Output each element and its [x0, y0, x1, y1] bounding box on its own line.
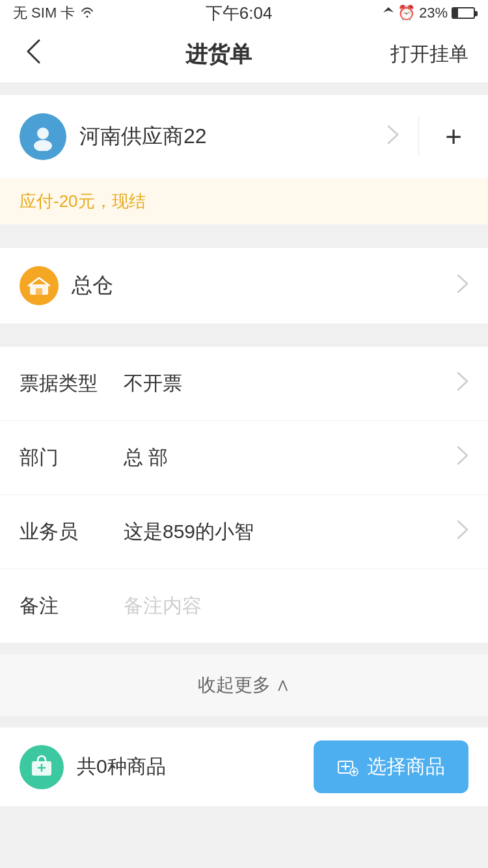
warehouse-icon — [20, 266, 59, 305]
warehouse-row[interactable]: 总仓 — [0, 248, 488, 323]
salesperson-value: 这是859的小智 — [111, 519, 457, 545]
salesperson-label: 业务员 — [20, 519, 111, 545]
wifi-icon — [80, 5, 94, 21]
collapse-bar[interactable]: 收起更多 ∧ — [0, 655, 488, 716]
product-count-text: 共0种商品 — [77, 753, 314, 780]
invoice-chevron-icon — [457, 372, 468, 396]
select-product-icon — [337, 756, 359, 778]
supplier-chevron-icon — [387, 125, 399, 149]
department-row[interactable]: 部门 总 部 — [0, 421, 488, 495]
carrier-text: 无 SIM 卡 — [13, 3, 75, 23]
salesperson-chevron-icon — [457, 520, 468, 544]
supplier-avatar — [20, 113, 66, 160]
invoice-type-value: 不开票 — [111, 370, 457, 397]
gap-1 — [0, 83, 488, 95]
select-product-label: 选择商品 — [367, 753, 445, 780]
remark-row[interactable]: 备注 备注内容 — [0, 569, 488, 643]
open-pending-button[interactable]: 打开挂单 — [390, 41, 468, 68]
svg-rect-3 — [36, 288, 42, 295]
warehouse-chevron-icon — [457, 274, 468, 298]
supplier-row[interactable]: 河南供应商22 + — [0, 95, 488, 178]
back-button[interactable] — [20, 33, 47, 76]
alarm-icon: ⏰ — [398, 5, 415, 21]
status-time: 下午6:04 — [206, 2, 273, 25]
status-bar: 无 SIM 卡 下午6:04 ⏰ 23% — [0, 0, 488, 26]
invoice-type-label: 票据类型 — [20, 370, 111, 397]
supplier-actions: + — [387, 117, 468, 156]
form-section: 票据类型 不开票 部门 总 部 业务员 这是859的小智 — [0, 335, 488, 643]
remark-placeholder: 备注内容 — [111, 593, 468, 619]
gap-3 — [0, 335, 488, 347]
notice-bar: 应付-20元，现结 — [0, 178, 488, 224]
vertical-divider — [418, 117, 419, 156]
supplier-name: 河南供应商22 — [79, 122, 387, 151]
select-product-button[interactable]: 选择商品 — [314, 740, 468, 793]
nav-bar: 进货单 打开挂单 — [0, 26, 488, 83]
svg-point-1 — [34, 140, 52, 151]
warehouse-section: 总仓 — [0, 236, 488, 323]
content-area: 河南供应商22 + 应付-20元，现结 — [0, 83, 488, 806]
salesperson-row[interactable]: 业务员 这是859的小智 — [0, 495, 488, 569]
status-left: 无 SIM 卡 — [13, 3, 94, 23]
product-icon — [20, 745, 64, 789]
invoice-type-row[interactable]: 票据类型 不开票 — [0, 347, 488, 421]
battery-percentage: 23% — [419, 5, 448, 21]
department-chevron-icon — [457, 446, 468, 470]
supplier-section: 河南供应商22 + 应付-20元，现结 — [0, 95, 488, 224]
notice-text: 应付-20元，现结 — [20, 191, 146, 211]
location-icon — [383, 5, 394, 21]
department-label: 部门 — [20, 444, 111, 471]
add-supplier-button[interactable]: + — [439, 120, 468, 153]
battery-icon — [452, 7, 475, 19]
svg-point-0 — [37, 128, 49, 139]
warehouse-name: 总仓 — [72, 271, 457, 300]
remark-label: 备注 — [20, 593, 111, 619]
department-value: 总 部 — [111, 444, 457, 471]
page-title: 进货单 — [185, 40, 252, 70]
collapse-label: 收起更多 ∧ — [198, 675, 291, 695]
gap-2 — [0, 236, 488, 248]
status-right: ⏰ 23% — [383, 5, 475, 21]
bottom-bar: 共0种商品 选择商品 — [0, 727, 488, 806]
